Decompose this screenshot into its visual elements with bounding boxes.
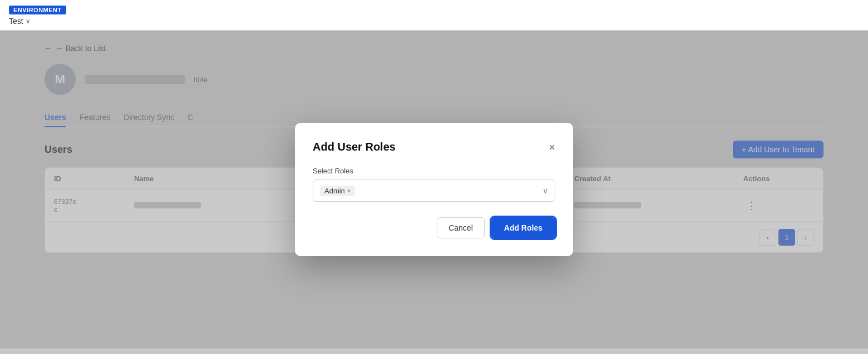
environment-badge: ENVIRONMENT bbox=[9, 6, 66, 14]
modal-header: Add User Roles × bbox=[313, 141, 555, 153]
admin-tag-remove[interactable]: × bbox=[347, 187, 351, 194]
page-content: ← ← Back to List M Id4e Users Features D… bbox=[0, 31, 868, 348]
modal-footer: Cancel Add Roles bbox=[313, 217, 555, 238]
chevron-down-icon: ∨ bbox=[26, 17, 31, 25]
add-roles-button[interactable]: Add Roles bbox=[491, 217, 555, 238]
modal-overlay: Add User Roles × Select Roles Admin × ∨ … bbox=[0, 31, 868, 348]
tenant-name: Test bbox=[9, 17, 23, 26]
selected-roles-tags: Admin × bbox=[320, 186, 355, 196]
admin-tag: Admin × bbox=[320, 186, 355, 196]
modal-close-button[interactable]: × bbox=[549, 142, 555, 153]
top-bar: ENVIRONMENT Test ∨ bbox=[0, 0, 868, 31]
cancel-button[interactable]: Cancel bbox=[437, 217, 485, 238]
tenant-selector[interactable]: Test ∨ bbox=[9, 17, 859, 26]
roles-select-field[interactable]: Admin × ∨ bbox=[313, 180, 555, 202]
add-user-roles-modal: Add User Roles × Select Roles Admin × ∨ … bbox=[295, 123, 573, 256]
modal-title: Add User Roles bbox=[313, 141, 396, 153]
admin-tag-label: Admin bbox=[324, 187, 345, 195]
select-chevron-icon: ∨ bbox=[542, 186, 548, 195]
select-roles-label: Select Roles bbox=[313, 167, 555, 175]
